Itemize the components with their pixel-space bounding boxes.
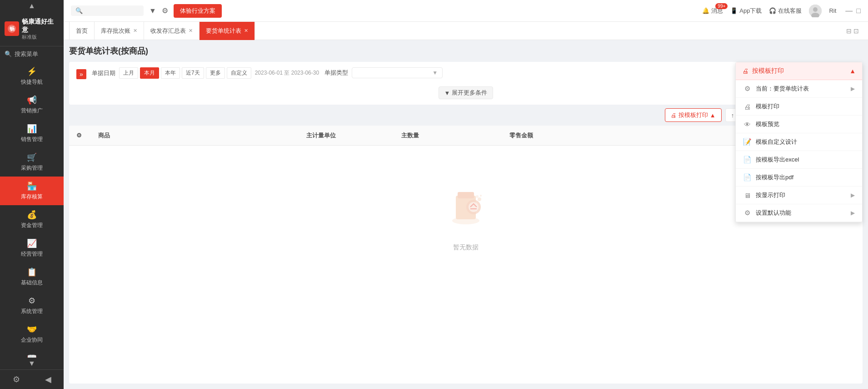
dropdown-printer-icon: 🖨 — [742, 67, 748, 75]
order-type-chevron-icon: ▼ — [432, 70, 438, 76]
col-qty: 主数量 — [365, 131, 454, 140]
dropdown-display-print-item[interactable]: 🖥 按显示打印 ▶ — [736, 187, 862, 204]
tab-demand-summary[interactable]: 要货单统计表 ✕ — [200, 22, 255, 40]
export-icon: ↑ — [731, 112, 734, 119]
sidebar-item-shortcuts[interactable]: ⚡ 快捷导航 — [0, 62, 64, 91]
date-btn-last-month[interactable]: 上月 — [119, 67, 138, 79]
col-settings[interactable]: ⚙ — [76, 132, 95, 139]
dropdown-header: 🖨 按模板打印 ▲ — [736, 62, 862, 80]
filter-expand-btn[interactable]: » — [76, 69, 86, 79]
operations-icon: 📈 — [27, 238, 37, 248]
sidebar-item-basics[interactable]: 📋 基础信息 — [0, 263, 64, 291]
expand-more-icon: ▼ — [444, 90, 450, 96]
top-header: 🔍 ▼ ⚙ 体验行业方案 🔔 消息 99+ 📱 App下载 🎧 在线客服 — [64, 0, 868, 22]
sidebar-item-marketing[interactable]: 📢 营销推广 — [0, 91, 64, 119]
printer-icon: 🖨 — [671, 112, 677, 119]
header-search-box[interactable]: 🔍 — [71, 5, 144, 16]
template-custom-item-icon: 📝 — [743, 138, 751, 146]
inventory-icon: 🏪 — [27, 181, 37, 191]
maximize-btn[interactable]: □ — [856, 7, 861, 15]
header-right: 🔔 消息 99+ 📱 App下载 🎧 在线客服 — [702, 5, 861, 17]
finance-icon: 💰 — [27, 210, 37, 220]
svg-point-12 — [476, 195, 479, 198]
sidebar-scroll-up[interactable]: ▲ — [0, 0, 64, 12]
system-icon: ⚙ — [28, 296, 35, 306]
online-service-btn[interactable]: 🎧 在线客服 — [769, 7, 802, 15]
headset-icon: 🎧 — [769, 7, 776, 14]
empty-text: 暂无数据 — [453, 243, 479, 252]
date-btn-custom[interactable]: 自定义 — [227, 67, 251, 79]
col-amount: 零售金额 — [454, 131, 588, 140]
app-download-icon: 📱 — [730, 7, 738, 14]
default-func-chevron-icon: ▶ — [851, 210, 855, 216]
dropdown-default-func-item[interactable]: ⚙ 设置默认功能 ▶ — [736, 204, 862, 222]
date-btn-this-year[interactable]: 本年 — [161, 67, 180, 79]
tab-close-batch-accounts[interactable]: ✕ — [133, 28, 137, 33]
tab-close-collection-summary[interactable]: ✕ — [189, 28, 193, 33]
trial-industry-btn[interactable]: 体验行业方案 — [174, 4, 222, 18]
content-area: 要货单统计表(按商品) » 单据日期 上月 本月 本年 近7天 更多 自定义 2… — [64, 40, 868, 389]
dropdown-export-excel-item[interactable]: 📄 按模板导出excel — [736, 151, 862, 169]
sidebar-item-guide[interactable]: 📖 新手引导 — [0, 349, 64, 358]
date-btn-more[interactable]: 更多 — [206, 67, 225, 79]
dropdown-current-template[interactable]: ⚙ 当前：要货单统计表 ▶ — [736, 80, 862, 98]
svg-rect-7 — [458, 192, 474, 198]
sidebar-item-inventory[interactable]: 🏪 库存核算 — [0, 177, 64, 205]
expand-more-conditions-btn[interactable]: ▼ 展开更多条件 — [439, 86, 494, 99]
settings-bottom-btn[interactable]: ⚙ — [13, 374, 20, 384]
notification-btn[interactable]: 🔔 消息 99+ — [702, 7, 723, 15]
shortcuts-icon: ⚡ — [27, 66, 37, 76]
collapse-sidebar-btn[interactable]: ◀ — [45, 374, 51, 384]
date-filter-group: 单据日期 上月 本月 本年 近7天 更多 自定义 2023-06-01 至 20… — [92, 67, 319, 79]
tab-collection-summary[interactable]: 收发存汇总表 ✕ — [144, 22, 200, 40]
export-excel-item-icon: 📄 — [743, 156, 751, 164]
empty-illustration — [443, 182, 489, 236]
sidebar-item-sales[interactable]: 📊 销售管理 — [0, 119, 64, 148]
header-search-icon: 🔍 — [75, 7, 83, 14]
svg-text:畅: 畅 — [10, 26, 15, 31]
date-btn-this-month[interactable]: 本月 — [140, 67, 159, 79]
default-func-icon: ⚙ — [743, 209, 751, 217]
purchase-icon: 🛒 — [27, 152, 37, 162]
chevron-up-icon: ▲ — [710, 112, 716, 119]
dropdown-template-preview-item[interactable]: 👁 模板预览 — [736, 116, 862, 133]
tab-expand-btn[interactable]: ⊟ ⊡ — [843, 27, 863, 35]
tab-home[interactable]: 首页 — [69, 22, 95, 40]
settings-col-icon: ⚙ — [76, 132, 82, 139]
guide-icon: 📖 — [27, 353, 37, 358]
svg-point-3 — [813, 7, 818, 12]
template-print-btn[interactable]: 🖨 按模板打印 ▲ — [665, 108, 722, 122]
avatar-img — [809, 5, 822, 17]
sidebar-scroll-down[interactable]: ▼ — [0, 358, 64, 369]
export-pdf-item-icon: 📄 — [743, 173, 751, 182]
dropdown-template-print-item[interactable]: 🖨 模板打印 — [736, 98, 862, 116]
template-preview-item-icon: 👁 — [743, 121, 751, 128]
tab-close-demand-summary[interactable]: ✕ — [244, 28, 248, 33]
order-type-select[interactable]: ▼ — [352, 67, 443, 78]
header-settings-btn[interactable]: ⚙ — [162, 6, 168, 15]
sidebar-item-finance[interactable]: 💰 资金管理 — [0, 205, 64, 234]
sidebar-item-operations[interactable]: 📈 经营管理 — [0, 234, 64, 263]
display-print-left: 🖥 按显示打印 — [743, 191, 785, 199]
dropdown-template-custom-item[interactable]: 📝 模板自定义设计 — [736, 133, 862, 151]
marketing-icon: 📢 — [27, 95, 37, 105]
sales-icon: 📊 — [27, 124, 37, 134]
nav-dropdown-btn[interactable]: ▼ — [149, 7, 156, 15]
page-title: 要货单统计表(按商品) — [69, 45, 863, 56]
user-avatar[interactable] — [809, 5, 822, 17]
display-print-icon: 🖥 — [743, 192, 751, 199]
minimize-btn[interactable]: — — [845, 7, 853, 15]
app-download-btn[interactable]: 📱 App下载 — [730, 7, 762, 15]
date-buttons: 上月 本月 本年 近7天 更多 自定义 — [119, 67, 251, 79]
dropdown-close-icon[interactable]: ▲ — [849, 67, 856, 75]
date-btn-7days[interactable]: 近7天 — [182, 67, 204, 79]
basics-icon: 📋 — [27, 267, 37, 277]
dropdown-export-pdf-item[interactable]: 📄 按模板导出pdf — [736, 169, 862, 187]
svg-point-11 — [480, 195, 482, 197]
tab-batch-accounts[interactable]: 库存批次账 ✕ — [95, 22, 144, 40]
template-print-item-icon: 🖨 — [743, 103, 751, 111]
sidebar-item-system[interactable]: ⚙ 系统管理 — [0, 291, 64, 320]
sidebar-item-enterprise[interactable]: 🤝 企业协同 — [0, 320, 64, 349]
sidebar-item-purchase[interactable]: 🛒 采购管理 — [0, 148, 64, 177]
sidebar-search[interactable]: 🔍 搜索菜单 — [0, 46, 64, 62]
